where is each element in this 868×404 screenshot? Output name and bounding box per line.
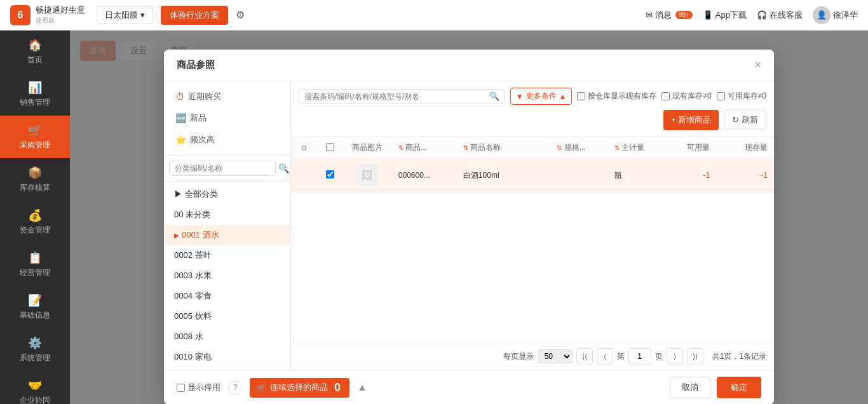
tab-highfreq-label: 频次高 (190, 134, 215, 145)
show-disabled-input[interactable] (177, 384, 185, 392)
app-download-item[interactable]: 📱 App下载 (703, 10, 747, 21)
row-settings (291, 159, 317, 192)
logo-area: 6 畅捷通好生意 捷易版 (10, 5, 86, 25)
row-checkbox-cell[interactable] (317, 159, 343, 192)
col-checkbox (317, 137, 343, 159)
checkbox-nonzero-stock[interactable]: 现有库存≠0 (661, 91, 711, 102)
recent-icon: ⏱ (175, 91, 184, 102)
sidebar-item-purchase[interactable]: 🛒 采购管理 (0, 116, 70, 158)
sidebar-item-basic[interactable]: 📝 基础信息 (0, 286, 70, 328)
sidebar-label-purchase: 采购管理 (20, 140, 50, 151)
sidebar-item-enterprise[interactable]: 🤝 企业协同 (0, 371, 70, 404)
left-panel-tabs: ⏱ 近期购买 🆕 新品 ⭐ 频次高 (164, 81, 290, 156)
prev-page-btn[interactable]: ⟨ (597, 348, 613, 365)
footer-btns: 取消 确定 (670, 377, 761, 398)
cart-area[interactable]: 🛒 连续选择的商品 0 (250, 378, 349, 398)
chevron-up-icon: ▲ (559, 92, 567, 101)
row-code-cell: 000600... (392, 159, 457, 192)
col-name-header[interactable]: ⇅ 商品名称 (457, 137, 550, 159)
sidebar-item-system[interactable]: ⚙️ 系统管理 (0, 328, 70, 371)
cat-0001-label: 0001 酒水 (182, 229, 219, 241)
refresh-icon: ↻ (732, 115, 739, 125)
cancel-button[interactable]: 取消 (670, 377, 710, 398)
sidebar-item-sales[interactable]: 📊 销售管理 (0, 73, 70, 116)
col-settings[interactable]: ⚙ (291, 137, 317, 159)
cat-0005[interactable]: 0005 饮料 (164, 306, 290, 327)
col-spec-header[interactable]: ⇅ 规格... (550, 137, 608, 159)
checkbox-warehouse-input[interactable] (577, 92, 585, 100)
messages-nav-item[interactable]: ✉ 消息 99+ (646, 10, 693, 21)
user-profile[interactable]: 👤 徐泽华 (813, 6, 858, 24)
cat-0001[interactable]: ▶ 0001 酒水 (164, 225, 290, 245)
checkbox-available-input[interactable] (717, 92, 725, 100)
sidebar-label-operation: 经营管理 (20, 267, 50, 278)
product-search-input[interactable] (304, 92, 487, 101)
messages-badge: 99+ (675, 11, 693, 19)
col-unit-header[interactable]: ⇅ 主计量 (608, 137, 658, 159)
page-input[interactable] (628, 348, 651, 365)
table-header-row: ⚙ 商品图片 ⇅ (291, 137, 774, 159)
more-conditions-btn[interactable]: ▼ 更多条件 ▲ (510, 88, 573, 105)
show-disabled-checkbox[interactable]: 显示停用 (177, 382, 220, 393)
settings-icon[interactable]: ⚙ (236, 9, 245, 21)
more-conditions-label: 更多条件 (526, 91, 557, 102)
filter-actions: + 新增商品 ↻ 刷新 (663, 110, 766, 130)
page-label: 第 (617, 351, 625, 362)
page-size-select[interactable]: 20 50 100 (538, 349, 573, 363)
next-page-btn[interactable]: ⟩ (667, 348, 683, 365)
cat-00[interactable]: 00 未分类 (164, 205, 290, 225)
sidebar-item-home[interactable]: 🏠 首页 (0, 30, 70, 73)
headset-icon: 🎧 (757, 10, 767, 20)
checkbox-warehouse-stock[interactable]: 按仓库显示现有库存 (577, 91, 656, 102)
product-image: 🖼 (356, 164, 379, 187)
tab-recent-purchase[interactable]: ⏱ 近期购买 (169, 86, 285, 107)
sidebar-item-operation[interactable]: 📋 经营管理 (0, 243, 70, 286)
checkbox-available-stock[interactable]: 可用库存≠0 (717, 91, 766, 102)
cat-0010-label: 0010 家电 (174, 351, 212, 363)
row-checkbox[interactable] (326, 170, 334, 178)
refresh-button[interactable]: ↻ 刷新 (724, 110, 766, 130)
tab-high-freq[interactable]: ⭐ 频次高 (169, 130, 285, 150)
add-product-button[interactable]: + 新增商品 (663, 110, 719, 130)
row-name-cell: 白酒100ml (457, 159, 550, 192)
sidebar-label-system: 系统管理 (20, 353, 50, 363)
modal-close-button[interactable]: × (754, 58, 761, 72)
cat-0002[interactable]: 0002 茶叶 (164, 245, 290, 266)
sidebar-label-finance: 资金管理 (20, 225, 50, 236)
first-page-btn[interactable]: ⟨⟨ (576, 348, 593, 365)
category-search-input[interactable] (169, 161, 276, 176)
product-search-wrap: 🔍 (299, 89, 505, 104)
col-code-header[interactable]: ⇅ 商品... (392, 137, 457, 159)
right-panel: 🔍 ▼ 更多条件 ▲ 按仓库显示现有库存 (291, 81, 774, 370)
tab-new-product[interactable]: 🆕 新品 (169, 108, 285, 128)
trial-button[interactable]: 体验行业方案 (161, 6, 228, 25)
sidebar-label-basic: 基础信息 (20, 310, 50, 321)
checkbox-nonzero-input[interactable] (661, 92, 670, 100)
row-stock-cell: -1 (716, 159, 774, 192)
cat-0003-label: 0003 水果 (174, 270, 212, 281)
sidebar-item-inventory[interactable]: 📦 库存核算 (0, 158, 70, 201)
category-list: ▶ 全部分类 00 未分类 ▶ 0001 酒水 0002 茶叶 (164, 182, 290, 370)
cat-0010[interactable]: 0010 家电 (164, 347, 290, 367)
sidebar: 🏠 首页 📊 销售管理 🛒 采购管理 📦 库存核算 💰 资金管理 📋 经营管理 … (0, 30, 70, 404)
row-image-cell: 🖼 (343, 159, 392, 192)
cat-0003[interactable]: 0003 水果 (164, 266, 290, 286)
online-service-item[interactable]: 🎧 在线客服 (757, 10, 803, 21)
sort-icon-unit: ⇅ (614, 144, 620, 151)
store-select[interactable]: 日太阳膜 ▾ (97, 6, 153, 24)
confirm-button[interactable]: 确定 (717, 377, 761, 398)
message-icon: ✉ (646, 10, 653, 20)
collapse-icon[interactable]: ▲ (357, 382, 367, 393)
last-page-btn[interactable]: ⟩⟩ (687, 348, 703, 365)
pagination: 每页显示 20 50 100 ⟨⟨ ⟨ 第 页 ⟩ (291, 342, 774, 370)
page-label2: 页 (655, 351, 663, 362)
select-all-checkbox[interactable] (326, 143, 334, 151)
table-row[interactable]: 🖼 000600... 白酒100ml 瓶 -1 -1 (291, 159, 774, 192)
cart-label: 连续选择的商品 (270, 382, 328, 393)
help-button[interactable]: ? (228, 380, 242, 394)
sidebar-item-finance[interactable]: 💰 资金管理 (0, 201, 70, 243)
cat-0008[interactable]: 0008 水 (164, 327, 290, 347)
cat-all[interactable]: ▶ 全部分类 (164, 184, 290, 205)
category-search-icon[interactable]: 🔍 (278, 163, 289, 173)
cat-0004[interactable]: 0004 零食 (164, 286, 290, 306)
